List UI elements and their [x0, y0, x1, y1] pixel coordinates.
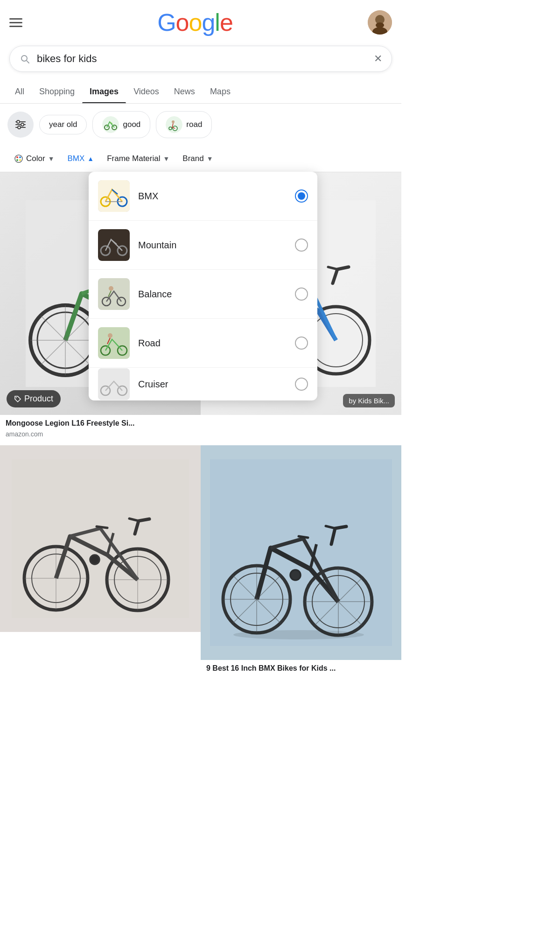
search-icon	[19, 53, 30, 64]
chip-label: road	[186, 120, 202, 129]
tab-videos[interactable]: Videos	[126, 80, 167, 103]
search-bar[interactable]: bikes for kids ✕	[9, 46, 392, 72]
image-grid-bottom: 9 Best 16 Inch BMX Bikes for Kids ...	[0, 445, 401, 681]
dropdown-item-road-label: Road	[138, 338, 287, 349]
svg-point-18	[16, 156, 18, 158]
tab-images[interactable]: Images	[82, 80, 126, 103]
grid-bottom-left-info	[0, 632, 201, 643]
filter-bmx[interactable]: BMX ▲	[61, 150, 100, 167]
grid-bottom-right[interactable]: 9 Best 16 Inch BMX Bikes for Kids ...	[201, 445, 401, 681]
bmx-black-image[interactable]	[0, 445, 201, 632]
dropdown-item-road[interactable]: Road	[89, 319, 317, 368]
grid-bottom-right-title: 9 Best 16 Inch BMX Bikes for Kids ...	[206, 664, 396, 673]
search-input[interactable]: bikes for kids	[37, 53, 367, 65]
grid-top-left-title: Mongoose Legion L16 Freestyle Si...	[6, 419, 195, 428]
filter-bar: Color ▼ BMX ▲ Frame Material ▼ Brand ▼	[0, 146, 401, 172]
bmx-blue-bg-image[interactable]	[201, 445, 401, 660]
filter-button[interactable]	[7, 112, 34, 138]
chips-row: year old good roa	[0, 104, 401, 146]
grid-top-left-info: Mongoose Legion L16 Freestyle Si... amaz…	[0, 415, 201, 445]
tab-all[interactable]: All	[7, 80, 32, 103]
tab-news[interactable]: News	[167, 80, 203, 103]
svg-rect-36	[98, 368, 130, 400]
dropdown-item-cruiser[interactable]: Cruiser	[89, 368, 317, 400]
filter-frame-label: Frame Material	[107, 154, 160, 163]
chip-year-old[interactable]: year old	[39, 115, 87, 134]
svg-rect-62	[12, 459, 189, 618]
source-label: by Kids Bik...	[343, 394, 395, 407]
svg-point-67	[90, 555, 99, 564]
radio-bmx[interactable]	[295, 189, 308, 203]
bmx-arrow-icon: ▲	[87, 155, 94, 162]
radio-cruiser[interactable]	[295, 378, 308, 391]
svg-rect-10	[102, 116, 119, 133]
radio-mountain[interactable]	[295, 239, 308, 252]
filter-color[interactable]: Color ▼	[7, 150, 61, 167]
filter-color-label: Color	[26, 154, 45, 163]
svg-point-3	[376, 22, 384, 28]
svg-point-35	[108, 333, 112, 338]
svg-rect-28	[98, 278, 130, 310]
svg-point-31	[109, 286, 113, 291]
tab-maps[interactable]: Maps	[203, 80, 238, 103]
hamburger-menu-icon[interactable]	[9, 18, 22, 27]
dropdown-item-balance[interactable]: Balance	[89, 270, 317, 319]
mountain-thumb	[98, 229, 130, 261]
product-badge: Product	[7, 390, 61, 407]
product-badge-label: Product	[24, 394, 53, 404]
svg-point-77	[290, 570, 301, 580]
svg-point-19	[19, 156, 21, 158]
bmx-blue-bg-svg	[210, 459, 392, 646]
filter-brand[interactable]: Brand ▼	[176, 150, 219, 167]
tag-icon	[14, 395, 21, 403]
filter-brand-label: Brand	[182, 154, 203, 163]
chip-road[interactable]: road	[156, 111, 212, 138]
dropdown-item-mountain[interactable]: Mountain	[89, 221, 317, 270]
avatar[interactable]	[368, 10, 392, 35]
svg-point-9	[18, 126, 21, 129]
svg-rect-72	[210, 459, 392, 646]
cruiser-thumb	[98, 368, 130, 400]
brand-arrow-icon: ▼	[207, 155, 213, 162]
radio-balance[interactable]	[295, 288, 308, 301]
chip-thumb-road	[166, 116, 182, 133]
road-thumb	[98, 327, 130, 359]
svg-point-51	[16, 397, 17, 398]
tab-shopping[interactable]: Shopping	[32, 80, 82, 103]
header: Google	[0, 0, 401, 41]
grid-top-left-source: amazon.com	[6, 430, 195, 438]
tabs-bar: All Shopping Images Videos News Maps	[0, 80, 401, 104]
svg-point-17	[15, 155, 22, 162]
chip-label: good	[123, 120, 140, 129]
filter-frame-material[interactable]: Frame Material ▼	[100, 150, 176, 167]
svg-point-16	[172, 120, 175, 123]
grid-bottom-right-info: 9 Best 16 Inch BMX Bikes for Kids ...	[201, 660, 401, 681]
dropdown-item-bmx[interactable]: BMX	[89, 172, 317, 221]
chip-thumb-good	[102, 116, 119, 133]
dropdown-item-bmx-label: BMX	[138, 191, 287, 202]
grid-bottom-left[interactable]	[0, 445, 201, 681]
bmx-thumb	[98, 180, 130, 212]
dropdown-item-mountain-label: Mountain	[138, 240, 287, 251]
svg-point-5	[17, 120, 20, 123]
frame-arrow-icon: ▼	[163, 155, 170, 162]
search-bar-container: bikes for kids ✕	[0, 41, 401, 80]
grid-top-right-info	[201, 415, 401, 426]
color-arrow-icon: ▼	[48, 155, 55, 162]
balance-thumb	[98, 278, 130, 310]
chip-label: year old	[49, 120, 77, 129]
dropdown-item-balance-label: Balance	[138, 289, 287, 300]
svg-point-20	[16, 159, 18, 161]
clear-icon[interactable]: ✕	[374, 53, 382, 65]
sliders-icon	[14, 118, 27, 131]
radio-road[interactable]	[295, 337, 308, 350]
svg-point-7	[21, 123, 24, 126]
bmx-dropdown-panel: BMX Mountain	[89, 172, 317, 400]
google-logo: Google	[157, 8, 233, 36]
chip-good[interactable]: good	[92, 111, 150, 138]
palette-icon	[14, 154, 23, 163]
bmx-black-svg	[12, 459, 189, 618]
svg-rect-22	[98, 180, 130, 212]
svg-point-86	[233, 630, 364, 639]
svg-rect-25	[98, 229, 130, 261]
